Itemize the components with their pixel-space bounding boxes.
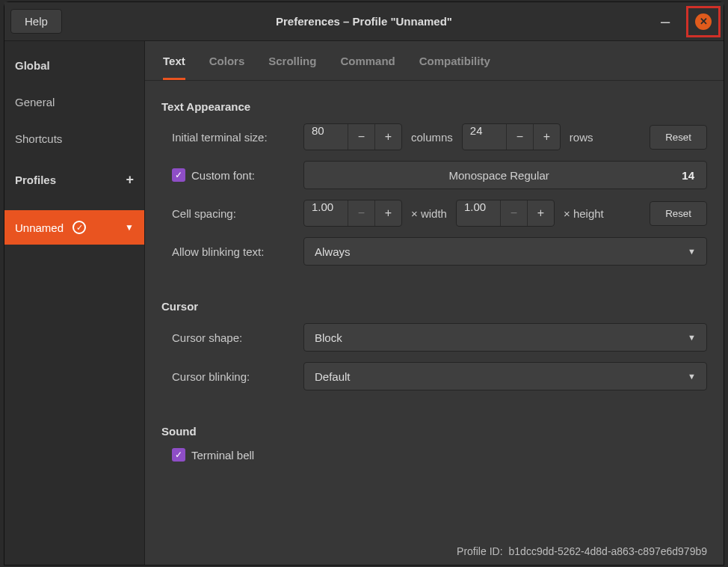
cell-width-decrement[interactable]: − [348,200,374,226]
cursor-shape-value: Block [315,331,342,344]
chevron-down-icon: ▼ [688,333,696,342]
cell-height-increment[interactable]: + [527,200,554,226]
row-cursor-blinking: Cursor blinking: Default ▼ [161,362,707,390]
terminal-bell-label: Terminal bell [191,449,254,462]
cell-width-unit: × width [411,207,447,220]
cursor-shape-combo[interactable]: Block ▼ [303,323,707,352]
sidebar: Global General Shortcuts Profiles + Unna… [4,41,145,565]
close-highlight: ✕ [686,6,721,37]
profiles-label: Profiles [15,174,56,186]
font-name: Monospace Regular [316,169,682,182]
blinking-text-label: Allow blinking text: [161,245,294,258]
window-controls: – ✕ [658,6,718,37]
custom-font-checkbox[interactable]: ✓ [172,168,185,182]
window-title: Preferences – Profile "Unnamed" [4,15,724,28]
profile-id-value: b1dcc9dd-5262-4d8d-a863-c897e6d979b9 [509,545,707,557]
columns-unit: columns [411,131,453,144]
row-cursor-shape: Cursor shape: Block ▼ [161,323,707,352]
profile-id-label: Profile ID: [457,545,502,557]
section-text-appearance: Text Appearance [161,100,707,113]
chevron-down-icon: ▼ [688,372,696,381]
row-blinking-text: Allow blinking text: Always ▼ [161,237,707,266]
columns-increment[interactable]: + [374,124,401,150]
custom-font-text: Custom font: [191,169,255,182]
sidebar-header-profiles: Profiles + [4,157,144,200]
font-size: 14 [682,169,694,182]
columns-value[interactable]: 80 [304,124,348,150]
tab-content: Text Appearance Initial terminal size: 8… [145,81,724,565]
sidebar-header-global: Global [4,44,144,84]
add-profile-button[interactable]: + [126,172,134,188]
terminal-bell-checkbox[interactable]: ✓ [172,448,185,462]
tab-compatibility[interactable]: Compatibility [419,55,490,80]
row-initial-size: Initial terminal size: 80 − + columns 24… [161,123,707,150]
cell-height-unit: × height [564,207,604,220]
profile-id-footer: Profile ID: b1dcc9dd-5262-4d8d-a863-c897… [457,545,707,557]
initial-size-reset-button[interactable]: Reset [650,125,707,150]
chevron-down-icon: ▼ [688,247,696,256]
sidebar-item-shortcuts[interactable]: Shortcuts [4,120,144,157]
tab-bar: Text Colors Scrolling Command Compatibil… [145,41,724,81]
titlebar: Help Preferences – Profile "Unnamed" – ✕ [4,2,724,41]
cell-spacing-reset-button[interactable]: Reset [650,201,707,226]
cell-height-stepper[interactable]: 1.00 − + [456,200,555,227]
tab-colors[interactable]: Colors [209,55,245,80]
profile-name: Unnamed [15,221,64,234]
section-sound: Sound [161,425,707,438]
rows-unit: rows [570,131,593,144]
row-custom-font: ✓ Custom font: Monospace Regular 14 [161,161,707,189]
columns-decrement[interactable]: − [348,124,374,150]
cursor-blinking-value: Default [315,370,351,383]
rows-increment[interactable]: + [533,124,560,150]
blinking-text-combo[interactable]: Always ▼ [303,237,707,266]
initial-size-label: Initial terminal size: [161,131,294,144]
cursor-shape-label: Cursor shape: [161,331,294,344]
columns-stepper[interactable]: 80 − + [303,123,402,150]
terminal-bell-checkbox-row[interactable]: ✓ Terminal bell [161,448,294,462]
minimize-button[interactable]: – [658,13,673,30]
tab-text[interactable]: Text [163,55,185,80]
preferences-window: Help Preferences – Profile "Unnamed" – ✕… [4,2,724,565]
cell-height-decrement[interactable]: − [500,200,527,226]
rows-stepper[interactable]: 24 − + [462,123,561,150]
cell-width-value[interactable]: 1.00 [304,200,348,226]
sidebar-item-general[interactable]: General [4,84,144,120]
cell-spacing-label: Cell spacing: [161,207,294,220]
sidebar-item-profile-unnamed[interactable]: Unnamed ✓ ▼ [4,210,144,245]
row-cell-spacing: Cell spacing: 1.00 − + × width 1.00 − + … [161,200,707,227]
blinking-text-value: Always [315,245,351,258]
main-panel: Text Colors Scrolling Command Compatibil… [145,41,724,565]
profile-menu-button[interactable]: ▼ [125,222,134,233]
cursor-blinking-label: Cursor blinking: [161,370,294,383]
rows-decrement[interactable]: − [506,124,533,150]
row-terminal-bell: ✓ Terminal bell [161,448,707,462]
tab-scrolling[interactable]: Scrolling [268,55,316,80]
close-icon: ✕ [700,16,708,27]
section-cursor: Cursor [161,300,707,313]
rows-value[interactable]: 24 [463,124,506,150]
cell-height-value[interactable]: 1.00 [457,200,500,226]
cell-width-stepper[interactable]: 1.00 − + [303,200,402,227]
close-button[interactable]: ✕ [695,13,712,30]
help-button[interactable]: Help [10,9,62,34]
custom-font-checkbox-label[interactable]: ✓ Custom font: [161,168,294,182]
tab-command[interactable]: Command [340,55,395,80]
default-profile-icon: ✓ [73,221,86,234]
cell-width-increment[interactable]: + [374,200,401,226]
cursor-blinking-combo[interactable]: Default ▼ [303,362,707,390]
font-chooser-button[interactable]: Monospace Regular 14 [303,161,707,189]
